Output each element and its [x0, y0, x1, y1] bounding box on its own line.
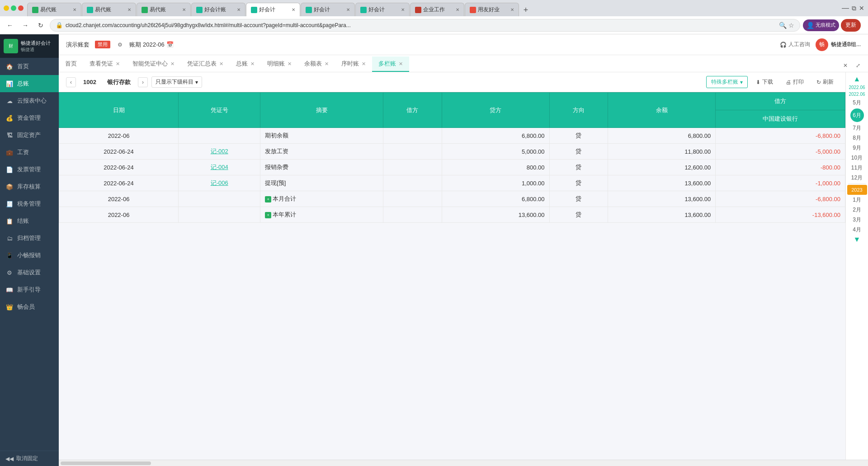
browser-tab-7[interactable]: 好会计 ✕ — [355, 3, 410, 16]
header-settings-icon[interactable]: ⚙ — [116, 41, 124, 49]
tab-general-ledger-close[interactable]: ✕ — [250, 61, 255, 67]
tab-close-3[interactable]: ✕ — [182, 7, 186, 12]
minimize-icon[interactable]: — — [842, 4, 849, 12]
sidebar-item-invoice[interactable]: 📄 发票管理 — [0, 161, 59, 178]
download-button[interactable]: ⬇ 下载 — [751, 76, 778, 88]
tab-voucher-summary-close[interactable]: ✕ — [219, 61, 223, 67]
month-item[interactable]: 12月 — [847, 173, 867, 183]
bottom-scrollbar[interactable] — [59, 460, 868, 466]
sidebar-item-fund[interactable]: 💰 资金管理 — [0, 109, 59, 127]
month-item[interactable]: 9月 — [847, 143, 867, 153]
refresh-button[interactable]: ↻ 刷新 — [812, 76, 838, 88]
horizontal-scrollbar-thumb[interactable] — [61, 461, 151, 465]
cell-voucher[interactable]: 记-006 — [179, 175, 260, 191]
sidebar-item-cloud-report[interactable]: ☁ 云报表中心 — [0, 92, 59, 109]
browser-tab-8[interactable]: 企业工作 ✕ — [410, 3, 464, 16]
refresh-button[interactable]: ↻ — [34, 19, 47, 32]
tab-close-7[interactable]: ✕ — [401, 7, 405, 12]
voucher-link[interactable]: 记-002 — [211, 148, 228, 155]
tab-close-5[interactable]: ✕ — [292, 7, 295, 12]
tab-view-voucher-close[interactable]: ✕ — [116, 61, 120, 67]
month-item[interactable]: 2月 — [847, 205, 867, 215]
month-item[interactable]: 6月 — [850, 108, 864, 122]
feature-button[interactable]: 特殊多栏账 ▾ — [706, 76, 748, 88]
browser-tab-6[interactable]: 好会计 ✕ — [301, 3, 355, 16]
tab-close-8[interactable]: ✕ — [456, 7, 459, 12]
sidebar-unpin-button[interactable]: ◀◀ 取消固定 — [0, 451, 59, 466]
sidebar-item-tax[interactable]: 🧾 税务管理 — [0, 195, 59, 212]
month-scroll-up[interactable]: ▲ — [850, 74, 864, 84]
tab-voucher-summary[interactable]: 凭证汇总表 ✕ — [181, 56, 230, 72]
window-maximize-btn[interactable] — [11, 5, 16, 11]
sidebar-item-archive[interactable]: 🗂 归档管理 — [0, 230, 59, 247]
print-button[interactable]: 🖨 打印 — [781, 76, 808, 88]
tab-smart-voucher-close[interactable]: ✕ — [170, 61, 175, 67]
next-account-button[interactable]: › — [138, 77, 148, 87]
month-item[interactable]: 1月 — [847, 195, 867, 205]
restore-icon[interactable]: ⧉ — [852, 5, 856, 12]
sidebar-item-guide[interactable]: 📖 新手引导 — [0, 281, 59, 298]
window-minimize-btn[interactable] — [4, 5, 9, 11]
tab-balance-close[interactable]: ✕ — [325, 61, 329, 67]
tab-home[interactable]: 首页 — [59, 56, 83, 72]
user-menu[interactable]: 畅 畅捷通B组... — [816, 38, 861, 51]
month-item[interactable]: 11月 — [847, 163, 867, 173]
window-close-btn[interactable] — [18, 5, 24, 11]
tab-balance[interactable]: 余额表 ✕ — [298, 56, 335, 72]
tab-close-1[interactable]: ✕ — [73, 7, 76, 12]
month-item[interactable]: 10月 — [847, 153, 867, 163]
period-selector[interactable]: 账期 2022-06 📅 — [129, 41, 174, 49]
sidebar-item-member[interactable]: 👑 畅会员 — [0, 298, 59, 315]
tab-view-voucher[interactable]: 查看凭证 ✕ — [83, 56, 126, 72]
cell-voucher[interactable]: 记-004 — [179, 160, 260, 175]
prev-account-button[interactable]: ‹ — [66, 77, 76, 87]
tab-general-ledger[interactable]: 总账 ✕ — [230, 56, 261, 72]
update-button[interactable]: 更新 — [841, 19, 861, 32]
new-tab-button[interactable]: + — [519, 4, 532, 16]
tab-close-9[interactable]: ✕ — [510, 7, 514, 12]
voucher-link[interactable]: 记-006 — [211, 179, 228, 186]
month-item[interactable]: 4月 — [847, 225, 867, 235]
consult-button[interactable]: 🎧 人工咨询 — [780, 41, 810, 48]
tab-close-4[interactable]: ✕ — [237, 7, 241, 12]
tab-collapse-button[interactable]: ✕ — [839, 59, 852, 72]
sidebar-item-closing[interactable]: 📋 结账 — [0, 212, 59, 230]
voucher-link[interactable]: 记-004 — [211, 164, 228, 170]
sidebar-item-payroll[interactable]: 💼 工资 — [0, 144, 59, 161]
address-bar[interactable]: 🔒 cloud2.chanjet.com/accounting/uh26t264… — [50, 19, 800, 32]
tab-sequence-close[interactable]: ✕ — [362, 61, 366, 67]
tab-multi-column-close[interactable]: ✕ — [399, 61, 403, 67]
sidebar-item-inventory[interactable]: 📦 库存核算 — [0, 178, 59, 195]
browser-tab-5[interactable]: 好会计 ✕ — [246, 3, 300, 16]
forward-button[interactable]: → — [19, 19, 32, 32]
sidebar-item-home[interactable]: 🏠 首页 — [0, 58, 59, 75]
month-item[interactable]: 7月 — [847, 123, 867, 133]
month-item[interactable]: 3月 — [847, 215, 867, 225]
back-button[interactable]: ← — [4, 19, 16, 32]
tab-sequence[interactable]: 序时账 ✕ — [335, 56, 372, 72]
month-item[interactable]: 5月 — [847, 98, 867, 108]
tab-expand-button[interactable]: ⤢ — [852, 59, 864, 72]
sidebar-item-expense[interactable]: 📱 小畅报销 — [0, 247, 59, 264]
browser-tab-9[interactable]: 用友好业 ✕ — [465, 3, 519, 16]
search-icon[interactable]: 🔍 — [779, 22, 787, 29]
browser-tab-1[interactable]: 易代账 ✕ — [27, 3, 81, 16]
browser-tab-2[interactable]: 易代账 ✕ — [82, 3, 136, 16]
close-icon[interactable]: ✕ — [859, 5, 864, 12]
sidebar-item-settings[interactable]: ⚙ 基础设置 — [0, 264, 59, 281]
tab-close-2[interactable]: ✕ — [127, 7, 131, 12]
month-scroll-down[interactable]: ▼ — [850, 235, 864, 245]
tab-detail-ledger[interactable]: 明细账 ✕ — [261, 56, 298, 72]
tab-multi-column[interactable]: 多栏账 ✕ — [372, 56, 409, 72]
sidebar-item-ledger[interactable]: 📊 总账 — [0, 75, 59, 92]
tab-close-6[interactable]: ✕ — [346, 7, 350, 12]
browser-tab-3[interactable]: 易代账 ✕ — [137, 3, 191, 16]
browser-tab-4[interactable]: 好会计账 ✕ — [191, 3, 245, 16]
bookmark-icon[interactable]: ☆ — [788, 22, 794, 29]
sidebar-item-assets[interactable]: 🏗 固定资产 — [0, 127, 59, 144]
incognito-button[interactable]: 👤 无痕模式 — [803, 19, 839, 31]
filter-dropdown[interactable]: 只显示下级科目 ▾ — [151, 76, 202, 88]
month-item[interactable]: 8月 — [847, 133, 867, 143]
tab-smart-voucher[interactable]: 智能凭证中心 ✕ — [126, 56, 181, 72]
tab-detail-ledger-close[interactable]: ✕ — [288, 61, 292, 67]
